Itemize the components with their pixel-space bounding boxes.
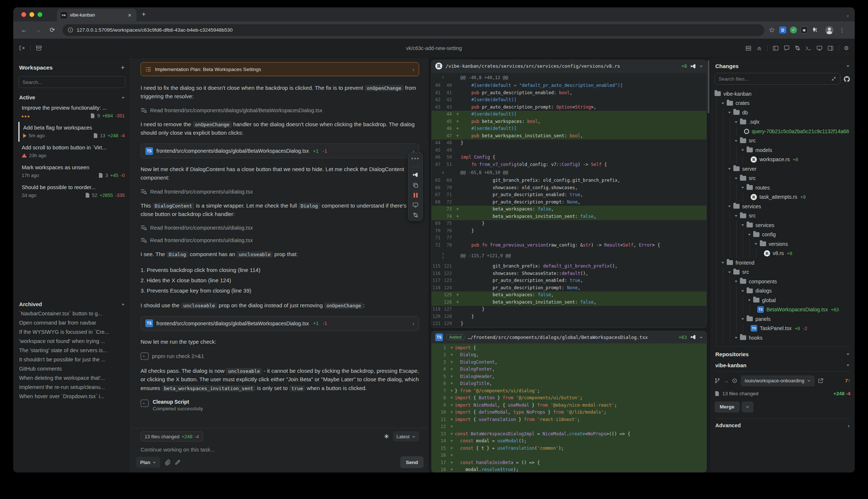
edit-pen-icon[interactable]	[175, 459, 181, 465]
panel-left-icon[interactable]	[773, 46, 779, 51]
hunk-header[interactable]: ⇣⇡@@ -115,7 +121,9 @@	[432, 249, 706, 263]
minimize-window-button[interactable]	[29, 12, 34, 17]
tool-call-row[interactable]: >_pnpm run check 2>&1	[141, 353, 419, 360]
hunk-header[interactable]: ⇡@@ -40,8 +40,12 @@	[432, 73, 706, 82]
browser-tab[interactable]: VK vibe-kanban ✕	[57, 9, 137, 21]
changes-header[interactable]: Changes	[715, 61, 850, 73]
file-change-card[interactable]: TSfrontend/src/components/dialogs/global…	[141, 316, 419, 331]
git-compare-icon[interactable]	[795, 45, 800, 51]
archived-workspace-item[interactable]: The 'starting' state of dev servers is..…	[18, 346, 125, 355]
monitor-icon[interactable]	[412, 202, 418, 208]
browser-menu-icon[interactable]: ⋮	[837, 27, 847, 33]
folder-chevron-icon[interactable]	[721, 261, 727, 264]
tree-folder[interactable]: dialogs	[715, 286, 850, 296]
archived-workspace-item[interactable]: When deleting the workspace that'...	[18, 373, 125, 382]
tree-folder[interactable]: services	[715, 220, 850, 230]
tree-file[interactable]: Rv8.rs+8	[715, 249, 850, 258]
more-actions-icon[interactable]: •••	[411, 155, 420, 162]
add-workspace-button[interactable]: +	[121, 64, 125, 72]
tree-folder[interactable]: src	[715, 136, 850, 146]
mode-dropdown[interactable]: Plan	[136, 457, 160, 468]
tree-folder[interactable]: hooks	[715, 333, 850, 343]
folder-chevron-icon[interactable]	[734, 336, 740, 339]
tree-folder[interactable]: src	[715, 174, 850, 183]
conversation-scroll-area[interactable]: Implementation Plan: Beta Workspaces Set…	[131, 58, 429, 428]
send-button[interactable]: Send	[400, 456, 424, 468]
archived-workspace-item[interactable]: It shouldn't be possible for just the ..…	[18, 355, 125, 364]
tree-file[interactable]: Rworkspace.rs+8	[715, 155, 850, 164]
settings-gear-icon[interactable]: ⚙	[844, 45, 849, 52]
merge-button[interactable]: Merge	[715, 401, 740, 413]
archived-workspace-item[interactable]: Open command bar from navbar	[18, 318, 125, 327]
bookmark-star-icon[interactable]	[769, 27, 775, 33]
folder-chevron-icon[interactable]	[754, 242, 760, 245]
tree-folder[interactable]: db	[715, 108, 850, 117]
archived-workspace-item[interactable]: If the WYSIWYG is focussed in `Cre...	[18, 327, 125, 336]
archived-workspace-item[interactable]: `NavbarContainer.tsx` button to g...	[18, 309, 125, 318]
archived-workspace-item[interactable]: Implement the re-run setup/cleanu...	[18, 382, 125, 392]
tree-folder[interactable]: components	[715, 277, 850, 286]
folder-chevron-icon[interactable]	[734, 120, 740, 124]
archived-section-header[interactable]: Archived	[18, 300, 125, 309]
tool-call-row[interactable]: Read frontend/src/components/ui/dialog.t…	[141, 237, 419, 243]
tool-call-row[interactable]: Read frontend/src/components/ui/dialog.t…	[141, 189, 419, 195]
folder-chevron-icon[interactable]	[741, 223, 747, 227]
tool-call-row[interactable]: Read frontend/src/components/dialogs/glo…	[141, 107, 419, 113]
copy-icon[interactable]	[413, 183, 418, 188]
extension-d-icon[interactable]: D	[779, 26, 786, 33]
expand-hunk-icon[interactable]: ⇕	[432, 170, 454, 175]
vscode-icon[interactable]	[412, 172, 418, 178]
folder-chevron-icon[interactable]	[728, 270, 733, 274]
git-compare-icon[interactable]	[413, 212, 418, 218]
tree-folder[interactable]: frontend	[715, 258, 850, 268]
target-icon[interactable]	[732, 378, 737, 383]
folder-chevron-icon[interactable]	[741, 148, 747, 152]
tree-folder[interactable]: models	[715, 145, 850, 155]
archived-workspace-item[interactable]: When hover over `Dropdown.tsx` i...	[18, 392, 125, 401]
tree-file[interactable]: query-70b21c5c0a2ba5c21c9c1132f14a68	[715, 127, 850, 136]
folder-chevron-icon[interactable]	[728, 167, 733, 170]
tree-folder[interactable]: services	[715, 202, 850, 211]
advanced-row[interactable]: Advanced›	[715, 418, 850, 432]
tree-folder[interactable]: versions	[715, 239, 850, 249]
workspace-item[interactable]: Add beta flag for workspaces 5m ago13+24…	[18, 122, 125, 142]
layout-rows-icon[interactable]	[745, 46, 751, 51]
folder-chevron-icon[interactable]	[734, 139, 740, 142]
folder-chevron-icon[interactable]	[748, 233, 753, 236]
hunk-header[interactable]: ⇕@@ -65,8 +69,10 @@	[432, 168, 706, 177]
archive-box-icon[interactable]	[36, 45, 42, 51]
files-changed-chip[interactable]: 13 files changed +248 -4	[141, 431, 203, 442]
tree-file[interactable]: TSBetaWorkspacesDialog.tsx+63	[715, 305, 850, 315]
workspace-search-input[interactable]	[18, 76, 125, 88]
message-input[interactable]: Continue working on this task...	[131, 445, 429, 454]
workspace-item[interactable]: Improve the preview functionality: ... 9…	[18, 102, 125, 122]
tree-file[interactable]: TSTaskPanel.tsx+8-2	[715, 324, 850, 333]
tree-folder[interactable]: src	[715, 211, 850, 221]
terminal-icon[interactable]	[805, 46, 811, 51]
folder-chevron-icon[interactable]	[734, 280, 740, 283]
pause-icon[interactable]	[414, 193, 418, 198]
workspace-item[interactable]: Should be possible to reorder... 2d ago5…	[18, 181, 125, 201]
diff-file-header[interactable]: TSAdded…/frontend/src/components/dialogs…	[432, 331, 706, 344]
archived-workspace-item[interactable]: GitHub comments	[18, 364, 125, 373]
diff-scrollbar[interactable]	[708, 60, 709, 113]
panel-right-icon[interactable]	[828, 46, 833, 51]
new-tab-button[interactable]: +	[137, 10, 151, 21]
expand-hunk-icon[interactable]: ⇡	[432, 75, 454, 80]
active-section-header[interactable]: Active	[18, 93, 125, 102]
folder-chevron-icon[interactable]	[734, 177, 740, 180]
collapse-all-icon[interactable]	[757, 46, 762, 51]
folder-chevron-icon[interactable]	[734, 214, 740, 217]
site-info-icon[interactable]	[68, 27, 73, 33]
merge-options-button[interactable]	[742, 401, 754, 413]
reload-icon[interactable]: ⟳	[46, 25, 58, 35]
tree-folder[interactable]: config	[715, 230, 850, 240]
extension-shield-icon[interactable]: ✓	[790, 26, 797, 33]
collapse-diff-icon[interactable]	[699, 64, 703, 68]
folder-chevron-icon[interactable]	[748, 298, 753, 302]
tree-folder[interactable]: src	[715, 268, 850, 277]
open-in-vscode-icon[interactable]	[690, 63, 696, 69]
collapse-tree-icon[interactable]	[831, 76, 836, 81]
expand-hunk-icon[interactable]: ⇣⇡	[432, 251, 454, 260]
tree-folder[interactable]: crates	[715, 99, 850, 108]
